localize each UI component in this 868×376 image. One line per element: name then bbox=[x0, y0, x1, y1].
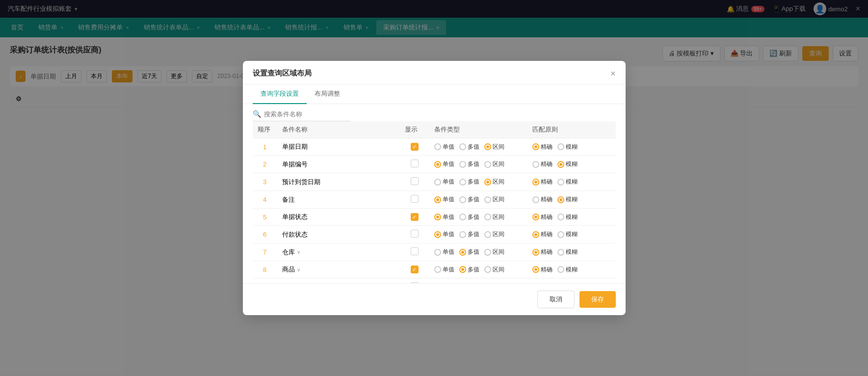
radio-label: 区间 bbox=[493, 248, 504, 256]
type-option-区间[interactable]: 区间 bbox=[484, 195, 504, 204]
dialog-tab-layout[interactable]: 布局调整 bbox=[307, 84, 348, 104]
dropdown-arrow-icon[interactable]: ∨ bbox=[297, 249, 300, 255]
table-row: 4备注单值多值区间精确模糊 bbox=[253, 191, 616, 209]
type-option-单值[interactable]: 单值 bbox=[434, 213, 454, 221]
radio-label: 多值 bbox=[468, 266, 479, 274]
display-checkbox[interactable]: ✓ bbox=[411, 266, 419, 273]
cell-match: 精确模糊 bbox=[527, 209, 616, 226]
match-option-精确[interactable]: 精确 bbox=[532, 143, 552, 151]
match-option-精确[interactable]: 精确 bbox=[532, 160, 552, 168]
type-option-单值[interactable]: 单值 bbox=[434, 160, 454, 168]
display-checkbox[interactable]: ✓ bbox=[411, 213, 419, 221]
match-option-精确[interactable]: 精确 bbox=[532, 195, 552, 204]
cell-display: ✓ bbox=[400, 138, 429, 156]
save-btn[interactable]: 保存 bbox=[579, 291, 616, 308]
type-option-单值[interactable]: 单值 bbox=[434, 230, 454, 239]
cell-display bbox=[400, 226, 429, 243]
dialog-footer: 取消 保存 bbox=[243, 283, 626, 315]
match-option-精确[interactable]: 精确 bbox=[532, 178, 552, 186]
dialog-search-area: 🔍 bbox=[243, 104, 626, 121]
cell-name: 单据编号 bbox=[277, 156, 400, 173]
match-option-模糊[interactable]: 模糊 bbox=[557, 195, 578, 204]
cell-name: 单据日期 bbox=[277, 138, 400, 156]
display-checkbox[interactable]: ✓ bbox=[411, 143, 419, 151]
match-option-精确[interactable]: 精确 bbox=[532, 266, 552, 274]
match-option-模糊[interactable]: 模糊 bbox=[557, 160, 578, 168]
match-option-模糊[interactable]: 模糊 bbox=[557, 178, 578, 186]
type-option-区间[interactable]: 区间 bbox=[484, 160, 504, 168]
type-option-单值[interactable]: 单值 bbox=[434, 195, 454, 204]
radio-circle bbox=[532, 249, 539, 256]
display-checkbox[interactable] bbox=[411, 160, 419, 167]
type-option-区间[interactable]: 区间 bbox=[484, 266, 504, 274]
type-option-区间[interactable]: 区间 bbox=[484, 143, 504, 151]
type-option-多值[interactable]: 多值 bbox=[459, 143, 479, 151]
type-option-多值[interactable]: 多值 bbox=[459, 266, 479, 274]
cell-seq: 2 bbox=[253, 156, 277, 173]
type-option-单值[interactable]: 单值 bbox=[434, 266, 454, 274]
match-option-精确[interactable]: 精确 bbox=[532, 213, 552, 221]
cell-match: 精确模糊 bbox=[527, 156, 616, 173]
search-wrap: 🔍 bbox=[253, 110, 351, 121]
dialog-close-btn[interactable]: × bbox=[610, 69, 616, 78]
radio-label: 模糊 bbox=[566, 160, 578, 168]
radio-circle bbox=[484, 196, 491, 203]
radio-circle bbox=[484, 214, 491, 220]
match-option-模糊[interactable]: 模糊 bbox=[557, 213, 578, 221]
type-option-多值[interactable]: 多值 bbox=[459, 230, 479, 239]
type-option-多值[interactable]: 多值 bbox=[459, 195, 479, 204]
cell-display: ✓ bbox=[400, 209, 429, 226]
type-option-多值[interactable]: 多值 bbox=[459, 248, 479, 256]
radio-circle bbox=[484, 266, 491, 273]
display-checkbox[interactable] bbox=[411, 230, 419, 238]
display-checkbox[interactable] bbox=[411, 247, 419, 255]
radio-label: 模糊 bbox=[566, 213, 578, 221]
cell-type: 单值多值区间 bbox=[429, 138, 527, 156]
type-option-区间[interactable]: 区间 bbox=[484, 178, 504, 186]
dropdown-arrow-icon[interactable]: ∨ bbox=[297, 267, 300, 272]
match-option-精确[interactable]: 精确 bbox=[532, 230, 552, 239]
match-option-模糊[interactable]: 模糊 bbox=[557, 248, 578, 256]
radio-label: 精确 bbox=[541, 248, 552, 256]
cell-type: 单值多值区间 bbox=[429, 261, 527, 278]
radio-circle bbox=[532, 231, 539, 238]
type-option-多值[interactable]: 多值 bbox=[459, 213, 479, 221]
table-row: 9属性 ∨单值多值区间精确模糊 bbox=[253, 278, 616, 284]
radio-label: 精确 bbox=[541, 230, 552, 239]
th-name: 条件名称 bbox=[277, 121, 400, 138]
radio-label: 区间 bbox=[493, 160, 504, 168]
radio-circle bbox=[434, 266, 441, 273]
radio-circle bbox=[557, 266, 564, 273]
dialog-tab-query-fields[interactable]: 查询字段设置 bbox=[253, 84, 307, 104]
type-option-多值[interactable]: 多值 bbox=[459, 178, 479, 186]
match-option-模糊[interactable]: 模糊 bbox=[557, 266, 578, 274]
display-checkbox[interactable] bbox=[411, 177, 419, 185]
radio-label: 区间 bbox=[493, 143, 504, 151]
cell-seq: 3 bbox=[253, 173, 277, 191]
match-option-精确[interactable]: 精确 bbox=[532, 248, 552, 256]
type-option-区间[interactable]: 区间 bbox=[484, 213, 504, 221]
type-option-多值[interactable]: 多值 bbox=[459, 160, 479, 168]
cancel-btn[interactable]: 取消 bbox=[537, 291, 575, 308]
table-row: 7仓库 ∨单值多值区间精确模糊 bbox=[253, 243, 616, 261]
type-option-单值[interactable]: 单值 bbox=[434, 143, 454, 151]
match-option-模糊[interactable]: 模糊 bbox=[557, 230, 578, 239]
radio-label: 模糊 bbox=[566, 195, 578, 204]
type-option-单值[interactable]: 单值 bbox=[434, 178, 454, 186]
radio-circle bbox=[532, 266, 539, 273]
radio-circle bbox=[459, 161, 466, 168]
radio-label: 多值 bbox=[468, 195, 479, 204]
th-type: 条件类型 bbox=[429, 121, 527, 138]
type-option-区间[interactable]: 区间 bbox=[484, 230, 504, 239]
radio-circle bbox=[459, 143, 466, 150]
radio-label: 区间 bbox=[493, 178, 504, 186]
type-option-单值[interactable]: 单值 bbox=[434, 248, 454, 256]
radio-circle bbox=[434, 231, 441, 238]
radio-circle bbox=[484, 179, 491, 186]
match-option-模糊[interactable]: 模糊 bbox=[557, 143, 578, 151]
search-input[interactable] bbox=[264, 110, 342, 118]
display-checkbox[interactable] bbox=[411, 195, 419, 203]
dialog-scroll-area[interactable]: 顺序 条件名称 显示 条件类型 匹配原则 1单据日期✓单值多值区间精确模糊2单据… bbox=[253, 121, 616, 283]
cell-name: 预计到货日期 bbox=[277, 173, 400, 191]
type-option-区间[interactable]: 区间 bbox=[484, 248, 504, 256]
